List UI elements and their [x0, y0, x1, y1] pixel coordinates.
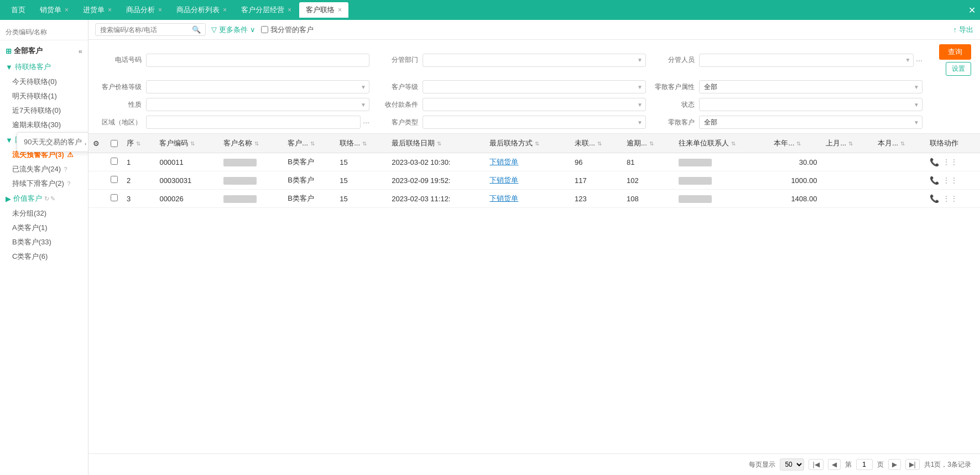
tab-customer-contact-close[interactable]: × — [338, 6, 342, 14]
page-input[interactable] — [856, 459, 873, 470]
sidebar-item-overdue-contact[interactable]: 逾期未联络(30) — [0, 118, 88, 132]
zero-retail-label: 零散客户 — [650, 118, 695, 127]
customer-tier-select[interactable] — [423, 80, 646, 93]
row-checkbox-1[interactable] — [111, 176, 118, 183]
sort-uncontacted-icon[interactable]: ⇅ — [597, 140, 602, 147]
sidebar-item-c-class[interactable]: C类客户(6) — [0, 249, 88, 264]
action-more-icon-2[interactable]: ⋮⋮ — [942, 194, 958, 203]
sidebar-item-ungrouped[interactable]: 未分组(32) — [0, 206, 88, 221]
sort-type-icon[interactable]: ⇅ — [310, 140, 315, 147]
prev-page-btn[interactable]: ◀ — [828, 459, 841, 470]
cell-type-1: B类客户 — [283, 171, 335, 190]
first-page-btn[interactable]: |◀ — [809, 459, 823, 470]
sidebar-all-customers[interactable]: ⊞ 全部客户 « — [0, 43, 88, 59]
th-settings[interactable]: ⚙ — [88, 134, 106, 153]
sort-tmonth-icon[interactable]: ⇅ — [900, 140, 905, 147]
phone-input[interactable] — [146, 54, 369, 67]
filter-more-btn[interactable]: ▽ 更多条件 ∨ — [211, 25, 256, 35]
sidebar-item-b-class[interactable]: B类客户(33) — [0, 235, 88, 249]
sidebar-group-pending[interactable]: ▼ 待联络客户 — [0, 59, 88, 75]
customer-type-label: 客户类型 — [374, 118, 418, 127]
customer-type-select[interactable] — [423, 116, 646, 129]
table-settings-icon[interactable]: ⚙ — [93, 139, 100, 148]
tab-analysis-list-close[interactable]: × — [223, 6, 227, 14]
sort-year-icon[interactable]: ⇅ — [796, 140, 801, 147]
action-phone-icon-1[interactable]: 📞 — [930, 176, 939, 185]
query-button[interactable]: 查询 — [939, 44, 971, 60]
manager-select[interactable] — [699, 54, 914, 67]
per-page-select[interactable]: 50 — [780, 458, 804, 471]
cell-last-method-0[interactable]: 下销货单 — [485, 153, 570, 171]
last-page-btn[interactable]: ▶| — [905, 459, 920, 470]
row-checkbox-0[interactable] — [111, 158, 118, 165]
status-label: 状态 — [650, 100, 695, 109]
status-select[interactable] — [699, 98, 922, 111]
price-tier-select[interactable] — [146, 80, 369, 93]
sidebar-item-today[interactable]: 今天待联络(0) — [0, 75, 88, 89]
region-input[interactable] — [146, 116, 361, 129]
chevron-down-icon: ∨ — [250, 25, 256, 34]
region-dots[interactable]: ··· — [363, 118, 369, 127]
window-close-icon[interactable]: ✕ — [968, 5, 976, 15]
th-unit-contact-label: 往来单位联系人 — [679, 138, 729, 148]
sidebar-search-input[interactable] — [6, 28, 88, 36]
zero-attr-select[interactable]: 全部 — [699, 80, 922, 93]
filter-search-box: 🔍 — [95, 23, 206, 36]
select-all-checkbox[interactable] — [111, 140, 118, 147]
tab-home[interactable]: 首页 — [4, 2, 32, 18]
action-phone-icon-0[interactable]: 📞 — [930, 158, 939, 166]
tab-analysis-list-label: 商品分析列表 — [176, 5, 220, 15]
tab-customer-tier-close[interactable]: × — [288, 6, 291, 14]
sort-code-icon[interactable]: ⇅ — [190, 140, 195, 147]
sort-lmonth-icon[interactable]: ⇅ — [848, 140, 853, 147]
refresh-icon[interactable]: ↻ — [44, 195, 49, 202]
row-checkbox-2[interactable] — [111, 194, 118, 201]
zero-retail-select[interactable]: 全部 — [699, 116, 922, 129]
sidebar-group-pending-label: 待联络客户 — [15, 62, 51, 72]
payment-select[interactable] — [423, 98, 646, 111]
th-contact-label: 联络... — [340, 138, 360, 148]
sort-no-icon[interactable]: ⇅ — [136, 140, 140, 147]
gender-select[interactable] — [146, 98, 369, 111]
sort-contact-icon[interactable]: ⇅ — [362, 140, 367, 147]
action-more-icon-1[interactable]: ⋮⋮ — [942, 176, 958, 185]
tab-purchase[interactable]: 进货单 × — [76, 2, 118, 18]
sort-last-date-icon[interactable]: ⇅ — [437, 140, 441, 147]
cell-last-date-1: 2023-02-09 19:52: — [387, 171, 485, 190]
tab-analysis-close[interactable]: × — [158, 6, 162, 14]
tab-analysis-list[interactable]: 商品分析列表 × — [170, 2, 233, 18]
cell-this-month-2 — [873, 190, 925, 208]
cell-uncontacted-0: 96 — [570, 153, 622, 171]
action-phone-icon-2[interactable]: 📞 — [930, 194, 939, 203]
sidebar-item-week[interactable]: 近7天待联络(0) — [0, 103, 88, 118]
tab-sales-close[interactable]: × — [65, 6, 69, 14]
sort-last-method-icon[interactable]: ⇅ — [535, 140, 539, 147]
sidebar-item-tomorrow[interactable]: 明天待联络(1) — [0, 89, 88, 103]
cell-last-method-2[interactable]: 下销货单 — [485, 190, 570, 208]
sidebar-item-lost[interactable]: 已流失客户(24) ? — [0, 162, 88, 176]
next-page-btn[interactable]: ▶ — [888, 459, 901, 470]
sort-name-icon[interactable]: ⇅ — [254, 140, 259, 147]
tab-customer-contact-label: 客户联络 — [306, 5, 335, 15]
customer-table: ⚙ 序⇅ 客户编码⇅ 客户名称⇅ — [88, 134, 980, 208]
settings-button[interactable]: 设置 — [946, 62, 971, 76]
action-more-icon-0[interactable]: ⋮⋮ — [942, 158, 958, 166]
tab-customer-contact[interactable]: 客户联络 × — [299, 2, 348, 18]
edit-icon[interactable]: ✎ — [50, 195, 55, 202]
sidebar-item-declining[interactable]: 持续下滑客户(2) ? — [0, 176, 88, 191]
cell-last-method-1[interactable]: 下销货单 — [485, 171, 570, 190]
filter-mine-checkbox[interactable] — [261, 26, 268, 33]
dept-select[interactable] — [423, 54, 646, 67]
export-btn[interactable]: ↑ 导出 — [953, 25, 974, 35]
tab-customer-tier[interactable]: 客户分层经营 × — [234, 2, 298, 18]
sidebar-collapse-btn[interactable]: « — [79, 47, 82, 55]
filter-search-input[interactable] — [100, 26, 192, 34]
manager-dots[interactable]: ··· — [916, 56, 922, 65]
tab-purchase-close[interactable]: × — [108, 6, 112, 14]
sidebar-item-a-class[interactable]: A类客户(1) — [0, 221, 88, 235]
sidebar-group-value[interactable]: ▶ 价值客户 ↻ ✎ — [0, 191, 88, 206]
sort-overdue-icon[interactable]: ⇅ — [649, 140, 654, 147]
tab-analysis[interactable]: 商品分析 × — [119, 2, 169, 18]
tab-sales[interactable]: 销货单 × — [33, 2, 75, 18]
sort-unit-icon[interactable]: ⇅ — [731, 140, 736, 147]
